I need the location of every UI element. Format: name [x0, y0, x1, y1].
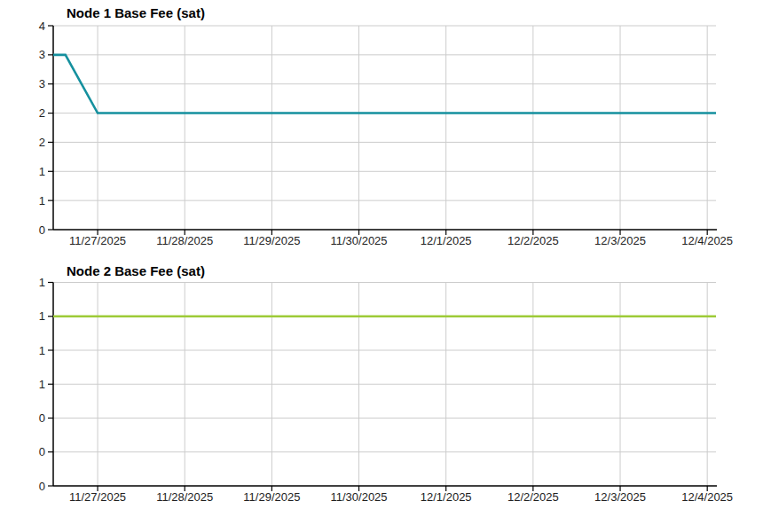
x-tick-label: 12/3/2025 — [594, 234, 646, 247]
x-tick-label: 12/1/2025 — [421, 490, 472, 504]
y-tick-label: 1 — [39, 344, 45, 357]
x-tick-label: 12/4/2025 — [681, 234, 733, 247]
y-tick-label: 0 — [39, 223, 45, 237]
x-tick-label: 12/1/2025 — [421, 234, 472, 247]
x-tick-label: 12/2/2025 — [507, 490, 559, 504]
y-tick-label: 0 — [39, 411, 45, 425]
y-tick-label: 4 — [39, 20, 45, 33]
x-tick-label: 11/30/2025 — [330, 234, 387, 247]
y-tick-label: 2 — [39, 136, 45, 149]
y-tick-label: 1 — [39, 165, 45, 178]
node1-chart-title: Node 1 Base Fee (sat) — [67, 5, 205, 20]
y-tick-label: 1 — [39, 194, 45, 207]
y-tick-label: 1 — [39, 276, 45, 289]
node2-chart-title: Node 2 Base Fee (sat) — [67, 263, 205, 278]
x-tick-label: 12/4/2025 — [681, 490, 733, 504]
x-tick-label: 11/30/2025 — [330, 490, 387, 504]
x-tick-label: 11/29/2025 — [243, 490, 300, 504]
y-tick-label: 2 — [39, 106, 45, 120]
y-tick-label: 3 — [39, 77, 45, 90]
y-tick-label: 1 — [39, 309, 45, 323]
y-tick-label: 3 — [39, 48, 45, 61]
y-tick-label: 1 — [39, 378, 45, 391]
y-tick-label: 0 — [39, 480, 45, 493]
x-tick-label: 11/28/2025 — [156, 234, 213, 247]
x-tick-label: 12/3/2025 — [594, 490, 646, 504]
y-tick-label: 0 — [39, 445, 45, 458]
x-tick-label: 11/27/2025 — [69, 234, 126, 247]
x-tick-label: 11/29/2025 — [243, 234, 300, 247]
x-tick-label: 12/2/2025 — [507, 234, 559, 247]
x-tick-label: 11/28/2025 — [156, 490, 213, 504]
x-tick-label: 11/27/2025 — [69, 490, 126, 504]
